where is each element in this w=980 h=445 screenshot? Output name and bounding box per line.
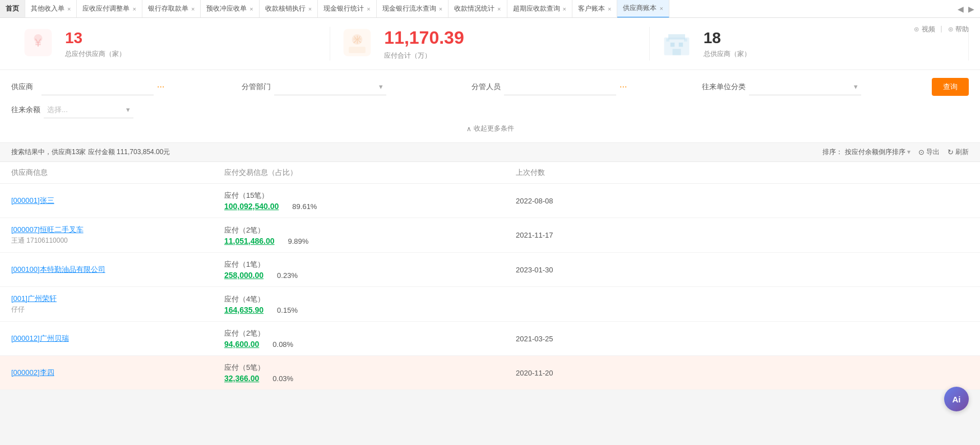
svg-rect-12 [666, 39, 669, 42]
tx-amount-3[interactable]: 164,635.90 [224, 305, 264, 314]
filter-row-1: 供应商 ··· 分管部门 ▾ 分管人员 ··· 往来单位分类 ▾ 查询 [11, 78, 969, 96]
close-tab-4[interactable]: × [249, 6, 253, 12]
last-pay-date-5: 2020-11-20 [516, 369, 553, 377]
supplier-link-3[interactable]: [001]广州荣轩 [11, 294, 224, 304]
nav-tab-1[interactable]: 其他收入单 × [25, 0, 77, 18]
export-button[interactable]: ⊙ 导出 [918, 147, 940, 157]
refresh-button[interactable]: ↻ 刷新 [947, 147, 969, 157]
export-icon: ⊙ [918, 148, 924, 156]
nav-tab-home[interactable]: 首页 [0, 0, 25, 18]
svg-rect-6 [349, 47, 366, 53]
tx-label-2: 应付（1笔） [224, 259, 516, 270]
collapse-more-conditions-btn[interactable]: ∧ 收起更多条件 [11, 124, 969, 133]
supplier-link-2[interactable]: [000100]本特勤油品有限公司 [11, 265, 224, 275]
refresh-icon: ↻ [947, 148, 954, 156]
close-tab-2[interactable]: × [132, 6, 136, 12]
nav-arrows: ◀ ▶ [952, 4, 980, 13]
payable-suppliers-icon: ¥ [22, 27, 56, 61]
category-select[interactable]: ▾ [749, 78, 861, 95]
supplier-dots-btn[interactable]: ··· [157, 82, 164, 92]
supplier-link-0[interactable]: [000001]张三 [11, 196, 224, 206]
nav-tab-10[interactable]: 客户账本 × [572, 0, 617, 18]
help-link[interactable]: ⊙ 帮助 [948, 25, 969, 34]
supplier-link-5[interactable]: [000002]李四 [11, 368, 224, 378]
nav-tab-2[interactable]: 应收应付调整单 × [77, 0, 142, 18]
supplier-sub-1: 王通 17106110000 [11, 236, 224, 245]
supplier-link-4[interactable]: [000012]广州贝瑞 [11, 333, 224, 344]
tx-percent-5: 0.03% [272, 374, 293, 383]
close-tab-1[interactable]: × [67, 6, 71, 12]
query-button[interactable]: 查询 [932, 78, 969, 96]
filter-section: 供应商 ··· 分管部门 ▾ 分管人员 ··· 往来单位分类 ▾ 查询 [0, 70, 980, 143]
tx-amount-5[interactable]: 32,366.00 [224, 374, 259, 383]
nav-tab-6[interactable]: 现金银行统计 × [318, 0, 376, 18]
sort-value[interactable]: 按应付余额倒序排序 [845, 148, 905, 156]
result-bar: 搜索结果中，供应商13家 应付金额 111,703,854.00元 排序： 按应… [0, 143, 980, 162]
nav-next-arrow[interactable]: ▶ [966, 4, 977, 13]
category-label: 往来单位分类 [702, 82, 746, 92]
tx-amount-1[interactable]: 11,051,486.00 [224, 237, 275, 245]
close-tab-6[interactable]: × [367, 6, 370, 12]
lastpay-1: 2021-11-17 [516, 231, 969, 239]
svg-rect-8 [668, 34, 685, 39]
sort-label: 排序： 按应付余额倒序排序 ▾ [822, 147, 910, 157]
person-dots-btn[interactable]: ··· [620, 82, 627, 92]
svg-point-2 [34, 34, 43, 43]
lastpay-5: 2020-11-20 [516, 369, 969, 377]
svg-rect-10 [678, 43, 682, 47]
tx-row-1: 11,051,486.00 9.89% [224, 235, 516, 245]
balance-select[interactable]: 选择... ▾ [44, 101, 133, 118]
tx-label-5: 应付（5笔） [224, 363, 516, 373]
total-suppliers-label: 总供应商（家） [704, 49, 751, 59]
nav-prev-arrow[interactable]: ◀ [955, 4, 966, 13]
total-amount-value: 11,170.39 [384, 27, 464, 48]
table-row: [001]广州荣轩 仔仔 应付（4笔） 164,635.90 0.15% [0, 287, 980, 322]
close-tab-9[interactable]: × [563, 6, 566, 12]
supplier-info-4: [000012]广州贝瑞 [11, 333, 224, 344]
lastpay-4: 2021-03-25 [516, 335, 969, 343]
summary-card-1-content: 13 总应付供应商（家） [65, 29, 126, 59]
supplier-info-0: [000001]张三 [11, 196, 224, 206]
last-pay-date-1: 2021-11-17 [516, 231, 553, 239]
tx-info-0: 应付（15笔） 100,092,540.00 89.61% [224, 191, 516, 211]
close-tab-10[interactable]: × [608, 6, 611, 12]
close-tab-11[interactable]: × [659, 5, 663, 12]
table-row: [000001]张三 应付（15笔） 100,092,540.00 89.61%… [0, 184, 980, 218]
total-amount-icon: 米 [341, 27, 375, 61]
nav-tab-3[interactable]: 银行存取款单 × [142, 0, 201, 18]
close-tab-8[interactable]: × [497, 6, 501, 12]
tx-row-5: 32,366.00 0.03% [224, 373, 516, 383]
top-navigation: 首页 其他收入单 × 应收应付调整单 × 银行存取款单 × 预收冲应收单 × 收… [0, 0, 980, 18]
nav-tab-8[interactable]: 收款情况统计 × [449, 0, 507, 18]
nav-tab-11[interactable]: 供应商账本 × [617, 0, 669, 18]
tx-label-1: 应付（2笔） [224, 225, 516, 235]
close-tab-3[interactable]: × [191, 6, 195, 12]
supplier-link-1[interactable]: [000007]恒旺二手叉车 [11, 225, 224, 235]
close-tab-7[interactable]: × [439, 6, 442, 12]
tx-amount-2[interactable]: 258,000.00 [224, 271, 264, 280]
tx-label-3: 应付（4笔） [224, 294, 516, 304]
filter-item-balance: 往来余额 选择... ▾ [11, 101, 179, 118]
close-tab-5[interactable]: × [308, 6, 312, 12]
tx-info-1: 应付（2笔） 11,051,486.00 9.89% [224, 225, 516, 245]
tx-row-4: 94,600.00 0.08% [224, 339, 516, 349]
nav-tab-7[interactable]: 现金银行流水查询 × [377, 0, 449, 18]
tx-amount-4[interactable]: 94,600.00 [224, 340, 259, 349]
video-link[interactable]: ⊙ 视频 [914, 25, 935, 34]
col-header-transaction: 应付交易信息（占比） [224, 168, 516, 178]
person-input[interactable] [504, 78, 616, 95]
tx-label-0: 应付（15笔） [224, 191, 516, 201]
balance-chevron-icon: ▾ [126, 105, 130, 114]
svg-rect-9 [670, 43, 674, 47]
dept-select[interactable]: ▾ [274, 78, 386, 95]
supplier-input[interactable] [41, 78, 154, 95]
nav-tab-5[interactable]: 收款核销执行 × [260, 0, 318, 18]
tx-percent-0: 89.61% [292, 202, 317, 211]
tx-info-2: 应付（1笔） 258,000.00 0.23% [224, 259, 516, 280]
nav-tab-4[interactable]: 预收冲应收单 × [201, 0, 259, 18]
top-right-links: ⊙ 视频 | ⊙ 帮助 [914, 25, 969, 34]
tx-amount-0[interactable]: 100,092,540.00 [224, 202, 279, 211]
person-label: 分管人员 [471, 82, 501, 92]
nav-tab-9[interactable]: 超期应收款查询 × [507, 0, 572, 18]
summary-card-payable-suppliers: ¥ 13 总应付供应商（家） [11, 27, 330, 61]
